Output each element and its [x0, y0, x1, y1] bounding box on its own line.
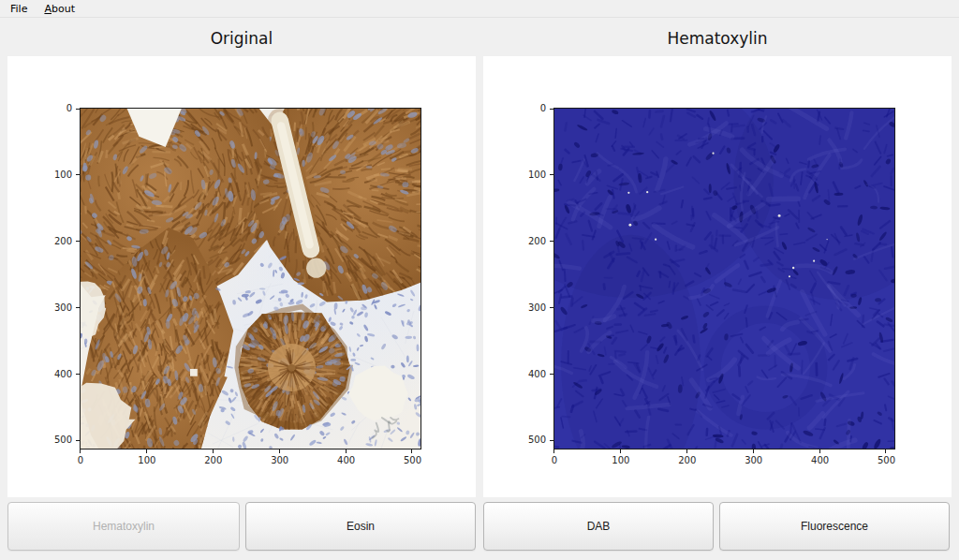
original-image [81, 109, 420, 449]
y-tick-mark [550, 374, 553, 375]
menubar: File About [0, 0, 959, 18]
axes-hematoxylin [553, 108, 895, 449]
x-tick-mark [411, 449, 412, 453]
x-tick-label: 100 [600, 454, 642, 467]
x-tick-label: 200 [667, 454, 708, 467]
y-tick-mark [550, 307, 553, 308]
x-tick-mark [553, 449, 554, 453]
hematoxylin-image [554, 109, 894, 449]
eosin-button[interactable]: Eosin [245, 502, 476, 551]
y-tick-mark [550, 241, 553, 242]
x-tick-label: 300 [259, 454, 301, 467]
y-tick-label: 0 [483, 102, 546, 115]
x-tick-label: 300 [733, 454, 775, 467]
axes-original [80, 108, 421, 449]
y-tick-label: 200 [483, 235, 546, 248]
y-tick-mark [76, 307, 80, 308]
x-tick-mark [620, 449, 621, 453]
y-tick-label: 200 [7, 235, 72, 248]
x-tick-label: 500 [865, 454, 907, 467]
x-tick-mark [146, 449, 147, 453]
x-tick-mark [346, 449, 347, 453]
y-tick-mark [76, 374, 80, 375]
y-tick-label: 300 [7, 302, 72, 315]
y-tick-mark [550, 440, 553, 441]
x-tick-label: 0 [60, 454, 101, 467]
x-tick-mark [885, 449, 886, 453]
figure-hematoxylin: 01002003004005000100200300400500 [483, 56, 952, 497]
y-tick-mark [76, 440, 80, 441]
panel-title-hematoxylin: Hematoxylin [483, 26, 952, 51]
x-tick-mark [819, 449, 820, 453]
menu-about[interactable]: About [36, 0, 83, 18]
x-tick-label: 400 [800, 454, 841, 467]
x-tick-label: 100 [126, 454, 168, 467]
hematoxylin-button: Hematoxylin [7, 502, 240, 551]
figure-original: 01002003004005000100200300400500 [7, 56, 476, 497]
x-tick-label: 400 [326, 454, 367, 467]
app-window: File About Original Hematoxylin 01002003… [0, 0, 959, 560]
y-tick-label: 100 [483, 169, 546, 182]
y-tick-mark [550, 174, 553, 175]
y-tick-mark [76, 109, 80, 110]
fluorescence-button[interactable]: Fluorescence [719, 502, 950, 551]
x-tick-label: 0 [534, 454, 575, 467]
x-tick-label: 500 [391, 454, 433, 467]
y-tick-label: 400 [7, 368, 72, 381]
menu-file[interactable]: File [2, 0, 36, 18]
x-tick-mark [80, 449, 81, 453]
x-tick-mark [213, 449, 214, 453]
panel-title-original: Original [7, 26, 476, 51]
y-tick-label: 500 [483, 434, 546, 447]
x-tick-mark [279, 449, 280, 453]
y-tick-mark [76, 174, 80, 175]
y-tick-label: 400 [483, 368, 546, 381]
y-tick-label: 500 [7, 434, 72, 447]
y-tick-label: 0 [7, 102, 72, 115]
x-tick-mark [686, 449, 687, 453]
y-tick-label: 100 [7, 169, 72, 182]
x-tick-mark [753, 449, 754, 453]
y-tick-mark [76, 241, 80, 242]
y-tick-mark [550, 109, 553, 110]
dab-button[interactable]: DAB [483, 502, 714, 551]
x-tick-label: 200 [193, 454, 234, 467]
y-tick-label: 300 [483, 302, 546, 315]
